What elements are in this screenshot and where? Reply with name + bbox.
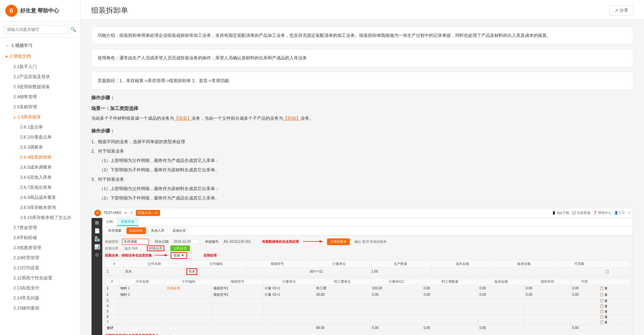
ss-total-5 [524,325,571,331]
ss-th-parent-code: 父件编码 [185,260,247,267]
ss-btd-ccode2 [165,291,212,298]
screenshot-tabbar: 自购 新建单据 [102,218,633,226]
ss-confirm-btn: 立即处理 [170,245,190,251]
ss-btd-feeqty1: 0.00 [422,285,478,291]
ss-input-docno: AD-20191226-001 [222,239,253,244]
sidebar-item-sales[interactable]: 2.4销售管理 [9,92,80,102]
sidebar-item-operation[interactable]: 2.10经营管理 [9,253,80,263]
sidebar-item-267[interactable]: 2.6.7其他出库单 [16,182,80,192]
sidebar-item-install[interactable]: 2.2产品安装及登录 [9,72,80,82]
sidebar-item-265[interactable]: 2.6.5成本调整单 [16,162,80,172]
topbar-link-app: 📱 App下载 [552,211,569,215]
screenshot-iconbar: ⊞ 📄 🏪 📊 ⚙ [92,218,102,335]
ss-label-warehouse: 好德仓库 [105,246,118,251]
sidebar-item-settings[interactable]: 2.12系统个性化设置 [9,273,80,283]
ss-btd-unit21: 100.00 [371,285,422,291]
ss-bth-avail: 可用 [571,278,598,285]
sidebar-item-263[interactable]: 2.6.3调拨单 [16,142,80,152]
ss-btn-enable-assembly: 启用装配单 [327,238,350,245]
ss-label-docno: 单据编号: [205,239,219,244]
ss-th-unit: 计量单位 [308,260,370,267]
ss-bth-approved: 核准金额 [478,278,524,285]
sidebar-item-data-prep[interactable]: 2.3使用前数据准备 [9,82,80,92]
topbar-btn-orange: 切换到另一天 [136,210,160,216]
icon-settings-ss: ⚙ [95,252,99,258]
sidebar-item-2610[interactable]: 2.6.10库存账本错了怎么办 [16,213,80,223]
intro-block: 功能介绍：组装拆卸单用来处理企业组装或拆卸等加工业务，支持有固定装配清单的产品加… [91,26,633,44]
plus-icon-1: ＋ [5,43,9,49]
screenshot-tab-new: 新建单据 [117,218,139,226]
ss-total-7 [598,325,630,331]
step2-1: （1）上部明细为父件明细，最终作为产成品生成其它入库单； [99,156,633,165]
share-button[interactable]: ↗ 分享 [609,5,633,15]
topbar-close: ✕ [628,211,630,215]
sidebar-item-262[interactable]: 2.6.2分量盘点单 [16,132,80,142]
link-disassembly[interactable]: 【拆卸】 [283,116,301,121]
table-row: 1 物料 1 启用处理 规格型号1 计量 #1+1 料工费 100.00 0.0… [105,285,630,291]
sidebar-item-mobile[interactable]: 2.8手机旺铺 [9,233,80,243]
ss-btd-3: 3 [105,298,119,303]
sidebar-item-coupon[interactable]: 2.9优惠券管理 [9,243,80,253]
ann1-arrow [303,239,323,244]
ss-btd-feeqty2: 0.00 [422,291,478,298]
ss-bth-feeqty: 料工费数量 [422,278,478,285]
ann1-text: 有装配清单的在这里处理 [262,239,299,244]
ss-btd-approved1: 0.00 [478,285,524,291]
sidebar-item-261[interactable]: 2.6.1盘点单 [16,122,80,132]
company-selector: TEST-H002 [104,211,121,215]
ss-th-available: 可用量 [555,260,604,267]
sidebar-item-cases[interactable]: 2.15操作案例 [9,303,80,313]
ss-warehouse-input-area: 好德仓库 [147,246,164,251]
ss-bth-unit: 计量单位 [263,278,315,285]
screenshot-body: ⊞ 📄 🏪 📊 ⚙ 自购 新建单据 库存调拨 组装拆卸 [92,218,633,335]
ss-btd-spec2: 规格型号2 [212,291,263,298]
sidebar-item-print[interactable]: 2.11打印设置 [9,263,80,273]
table-row: 4📋 🗑 [105,303,630,309]
sidebar-item-269[interactable]: 2.6.9库存账本查询 [16,203,80,213]
screenshot-form: 单据类型: 库存调拨 经办日期: 2019-12-26 单据编号: AD-201… [102,235,633,335]
sidebar-item-264[interactable]: 2.6.4组装拆卸单 [16,152,80,162]
sidebar-item-help-docs[interactable]: ● 2.帮助文档 [0,51,80,62]
sidebar-item-beginner[interactable]: 2.1新手入门 [9,62,80,72]
ss-bth-act [598,278,630,285]
sidebar-item-266[interactable]: 2.6.6其他入库单 [16,172,80,182]
topbar-link-help: ❓ 帮助中心 [593,211,611,215]
intro-text: 功能介绍：组装拆卸单用来处理企业组装或拆卸等加工业务，支持有固定装配清单的产品加… [98,32,627,39]
sidebar-group-label-2: 2.帮助文档 [10,53,31,59]
sidebar-item-faq[interactable]: 2.14常见问题 [9,293,80,303]
path-block: 页面路径：1、库存核算->库存管理->组装拆卸单 2、首页->常用功能 [91,72,633,90]
ss-assembly-switch: 组装 ▼ [171,252,187,259]
role-text: 使用角色：通常由生产人员或库管人员完成拆装业务的操作，库管人员确认原材料的出库和… [98,54,627,62]
ss-total-2: 0.00 [371,325,422,331]
ops-title: 操作步骤： [91,95,633,101]
app-logo-icon: 6 [5,5,17,17]
search-box: 🔍 [0,22,80,38]
app-logo-area: 6 好生意 帮助中心 [0,0,80,22]
ss-btd-5: 5 [105,309,119,314]
sidebar-item-inventory[interactable]: ● 2.6库存核算 [9,112,80,122]
step2: 2、对于组装业务 [91,147,633,156]
step3-2: （2）下部明细为子件明细，最终作为产成品生成其它入库单。 [99,194,633,203]
sidebar-item-finance[interactable]: 2.7资金管理 [9,223,80,233]
steps-list: 1、根据不同的业务，选择不同单据的类型来处理 2、对于组装业务 （1）上部明细为… [91,137,633,203]
sidebar-item-video-learning[interactable]: ＋ 1.视频学习 [0,40,80,51]
search-input[interactable] [4,25,68,34]
screenshot-toolbar: 库存调拨 组装拆卸 其他入库 其他出库 [102,226,633,235]
ss-input-type: 库存调拨 [122,239,149,245]
screenshot-tab-home: 自购 [102,218,117,226]
sidebar-nav: ＋ 1.视频学习 ● 2.帮助文档 2.1新手入门 2.2产品安装及登录 2.3… [0,38,80,335]
ss-btd-spec1: 规格型号1 [212,285,263,291]
ss-input-warehouse: 好德仓库 [147,245,164,251]
link-assembly[interactable]: 【组装】 [174,116,192,121]
sidebar-item-purchase[interactable]: 2.5采购管理 [9,102,80,112]
ss-btd-7: 7 [105,319,119,325]
nav-sub-group-26: ● 2.6库存核算 2.6.1盘点单 2.6.2分量盘点单 2.6.3调拨单 2… [9,112,80,223]
ss-td-pname: 关木 [123,267,185,276]
sidebar-item-payment[interactable]: 2.13在线支付 [9,283,80,293]
sidebar-item-268[interactable]: 2.6.8商品成本重算 [16,192,80,203]
ss-btd-act2: 📋 🗑 [598,291,630,298]
ss-btd-opening2: 0.00 [524,291,571,298]
search-icon[interactable]: 🔍 [70,27,76,32]
topbar-link-service: 💬 在线客服 [572,211,590,215]
ann3-arrow [155,253,168,258]
